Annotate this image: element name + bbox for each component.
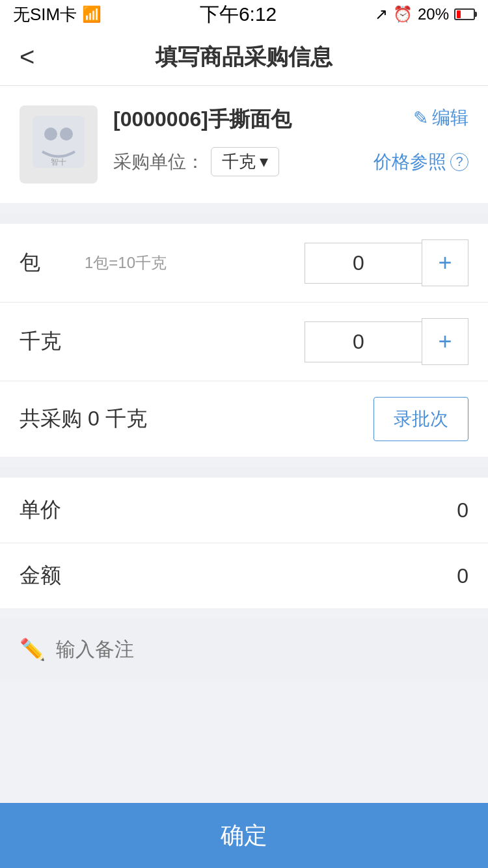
- product-header: [0000006]手撕面包 ✎ 编辑: [113, 105, 468, 134]
- bao-input[interactable]: [305, 243, 422, 284]
- summary-text: 共采购 0 千克: [20, 405, 147, 433]
- edit-button[interactable]: ✎ 编辑: [413, 105, 468, 130]
- unit-price-label: 单价: [20, 496, 61, 524]
- bao-label: 包: [20, 249, 72, 277]
- unit-prefix: 采购单位：: [113, 150, 204, 174]
- wifi-icon: 📶: [82, 5, 102, 23]
- remark-input[interactable]: [56, 638, 468, 660]
- battery-icon: [454, 8, 475, 20]
- unit-price-row: 单价 0: [0, 478, 488, 543]
- kg-input[interactable]: [305, 321, 422, 362]
- status-time: 下午6:12: [200, 1, 277, 28]
- svg-point-1: [44, 128, 57, 141]
- page-title: 填写商品采购信息: [156, 42, 332, 72]
- location-icon: ↗: [375, 5, 388, 23]
- confirm-button[interactable]: 确定: [0, 803, 488, 868]
- alarm-icon: ⏰: [393, 5, 413, 23]
- kg-input-wrapper: +: [305, 318, 468, 365]
- price-ref-button[interactable]: 价格参照 ?: [373, 150, 468, 174]
- remark-section: ✏️: [0, 619, 488, 680]
- kg-plus-button[interactable]: +: [422, 318, 468, 365]
- battery-percent: 20%: [418, 5, 449, 23]
- unit-select[interactable]: 千克 ▾: [211, 147, 279, 176]
- input-section: 包 1包=10千克 + 千克 +: [0, 224, 488, 381]
- edit-label: 编辑: [432, 105, 468, 130]
- product-info: [0000006]手撕面包 ✎ 编辑 采购单位： 千克 ▾ 价格参照 ?: [113, 105, 468, 176]
- section-separator-2: [0, 467, 488, 478]
- dropdown-icon: ▾: [260, 152, 268, 172]
- product-card: 智十 [0000006]手撕面包 ✎ 编辑 采购单位： 千克 ▾: [0, 86, 488, 203]
- amount-label: 金额: [20, 562, 61, 590]
- unit-value: 千克: [222, 150, 256, 173]
- back-button[interactable]: <: [20, 36, 41, 78]
- unit-price-value: 0: [457, 498, 468, 522]
- svg-text:智十: 智十: [51, 157, 66, 167]
- product-meta: 采购单位： 千克 ▾ 价格参照 ?: [113, 147, 468, 176]
- status-bar: 无SIM卡 📶 下午6:12 ↗ ⏰ 20%: [0, 0, 488, 29]
- product-image: 智十: [20, 105, 98, 183]
- kg-row: 千克 +: [0, 303, 488, 381]
- edit-icon: ✎: [413, 107, 428, 129]
- bao-plus-button[interactable]: +: [422, 239, 468, 286]
- carrier-text: 无SIM卡: [13, 3, 77, 26]
- help-icon: ?: [450, 153, 468, 171]
- pencil-icon: ✏️: [20, 637, 46, 662]
- summary-section: 共采购 0 千克 录批次: [0, 381, 488, 457]
- bao-input-wrapper: +: [305, 239, 468, 286]
- product-image-placeholder: 智十: [33, 116, 85, 174]
- nav-bar: < 填写商品采购信息: [0, 29, 488, 86]
- amount-row: 金额 0: [0, 543, 488, 608]
- unit-label: 采购单位： 千克 ▾: [113, 147, 279, 176]
- price-ref-label: 价格参照: [373, 150, 446, 174]
- status-left: 无SIM卡 📶: [13, 3, 102, 26]
- price-section: 单价 0 金额 0: [0, 478, 488, 608]
- amount-value: 0: [457, 564, 468, 588]
- bao-row: 包 1包=10千克 +: [0, 224, 488, 303]
- product-name: [0000006]手撕面包: [113, 105, 291, 134]
- status-right: ↗ ⏰ 20%: [375, 5, 475, 23]
- section-separator-1: [0, 213, 488, 224]
- kg-label: 千克: [20, 327, 72, 356]
- svg-point-2: [60, 128, 73, 141]
- bao-sublabel: 1包=10千克: [85, 252, 291, 273]
- batch-button[interactable]: 录批次: [373, 397, 468, 441]
